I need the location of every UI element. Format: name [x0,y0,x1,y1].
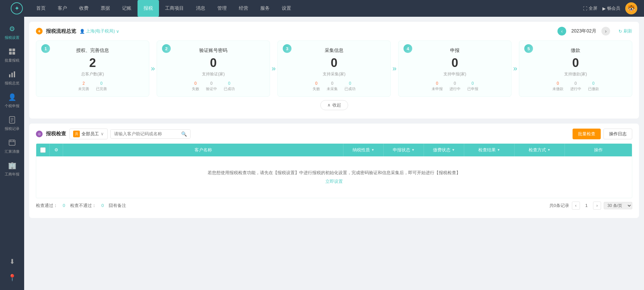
tax-settings-icon: ⚙ [7,24,17,33]
th-pay-status-filter-icon[interactable]: ▼ [452,148,455,152]
stat-success-val-2: 0 [228,81,230,86]
next-month-button[interactable]: › [601,27,610,35]
content-area: + 报税流程总览 👤 上海(电子税局) ∨ ‹ 2023年02月 › ↻ 刷新 [24,17,644,290]
next-page-button[interactable]: › [593,202,601,210]
stat-fail-label-1: 未完善 [78,86,89,91]
empty-state-msg: 若您想使用报税检查功能，请先在【报税设置】中进行报税的初始化设置，完成密码验证和… [208,170,461,175]
setting-link[interactable]: 立即设置 [43,178,625,185]
sidebar-item-tax-record[interactable]: 报税记录 [0,111,24,134]
th-gear: ⚙ [50,144,63,156]
avatar[interactable]: 🐯 [625,2,637,14]
location-label[interactable]: 👤 上海(电子税局) ∨ [79,28,119,34]
header-checkbox[interactable] [40,147,46,153]
nav-item-fee[interactable]: 收费 [73,0,95,17]
employee-filter-dropdown[interactable]: 员 全部员工 ∨ [69,129,108,139]
sidebar-item-annual-report[interactable]: 🏢 工商年报 [0,157,24,179]
pass-count[interactable]: 0 [63,203,65,208]
sidebar-item-reconcile[interactable]: 汇算清缴 [0,134,24,157]
nav-item-manage[interactable]: 管理 [211,0,233,17]
per-page-select[interactable]: 30 条/页 50 条/页 100 条/页 [604,202,632,209]
stat-success-1: 0 已完善 [96,81,107,91]
download-icon: ⬇ [7,257,17,266]
collapse-button[interactable]: ∧ 收起 [320,100,348,110]
fullscreen-label: 全屏 [589,5,597,11]
step-desc-1: 总客户数(家) [41,71,144,77]
stat-pending-val-3: 0 [331,81,333,86]
batch-check-button[interactable]: 批量检查 [573,129,601,139]
step-card-1: 1 授权、完善信息 2 总客户数(家) 2 未完善 0 已完善 [36,41,149,97]
stat-pending-label-5: 进行中 [570,86,581,91]
fullscreen-icon: ⛶ [583,6,587,11]
refresh-label: 刷新 [624,28,632,34]
step-card-4: 4 申报 0 支持申报(家) 0 未申报 0 进行中 [398,41,512,97]
stat-success-4: 0 已申报 [467,81,478,91]
nav-item-invoice[interactable]: 票据 [95,0,116,17]
prev-month-button[interactable]: ‹ [557,27,566,35]
step-card-3: 3 采集信息 0 支持采集(家) 0 失败 0 未采集 [277,41,391,97]
nav-item-client[interactable]: 客户 [52,0,73,17]
step-card-2: 2 验证账号密码 0 支持验证(家) 0 失败 0 验证中 [157,41,270,97]
remark-label: 囧有备注 [109,203,126,209]
pass-label: 检查通过： [36,203,58,209]
step-arrow-2: » [270,41,277,97]
stat-pending-label-2: 验证中 [206,86,217,91]
stat-fail-val-1: 2 [83,81,85,86]
svg-rect-0 [9,49,12,51]
th-check-result-filter-icon[interactable]: ▼ [497,148,500,152]
step-stats-3: 0 失败 0 未采集 0 已成功 [283,81,385,91]
nav-item-home[interactable]: 首页 [30,0,52,17]
step-title-4: 申报 [404,46,506,54]
sidebar-item-tax-overview[interactable]: 报税总览 [0,66,24,88]
nav-item-settings[interactable]: 设置 [276,0,297,17]
sidebar-item-batch-tax[interactable]: 批量报税 [0,43,24,66]
sidebar-label-annual-report: 工商年报 [5,172,19,177]
sidebar-item-personal-tax[interactable]: 👤 个税申报 [0,88,24,111]
stat-pending-val-5: 0 [575,81,577,86]
sidebar-item-download[interactable]: ⬇ [0,253,24,269]
th-check-method-filter-icon[interactable]: ▼ [547,148,551,152]
stat-success-val-1: 0 [100,81,103,86]
th-declare-status-filter-icon[interactable]: ▼ [412,148,415,152]
top-nav: ✦ 首页 客户 收费 票据 记账 报税 工商项目 消息 管理 经营 服务 设置 … [0,0,644,17]
search-input[interactable] [111,130,178,138]
nav-item-service[interactable]: 服务 [254,0,276,17]
fail-count[interactable]: 0 [101,203,104,208]
step-card-5: 5 缴款 0 支持缴款(家) 0 未缴款 0 进行中 [519,41,632,97]
collapse-label: 收起 [332,102,341,108]
logo-icon: ✦ [11,2,23,14]
tax-record-icon [7,115,17,125]
table-footer: 检查通过： 0 检查不通过： 0 囧有备注 共0条记录 ‹ 1 › 30 条/页… [36,198,632,213]
location-icon-small: 👤 [79,29,85,34]
play-icon: ▶ [602,6,606,11]
operation-log-button[interactable]: 操作日志 [603,129,632,139]
nav-item-account[interactable]: 记账 [116,0,138,17]
refresh-button[interactable]: ↻ 刷新 [619,28,632,34]
nav-item-operation[interactable]: 经营 [233,0,254,17]
nav-item-business[interactable]: 工商项目 [159,0,190,17]
sidebar-item-tax-settings[interactable]: ⚙ 报税设置 [0,20,24,43]
page-current: 1 [583,202,590,210]
stat-fail-val-5: 0 [557,81,559,86]
stat-success-label-2: 已成功 [224,86,235,91]
th-tax-nature-filter-icon[interactable]: ▼ [371,148,375,152]
fullscreen-button[interactable]: ⛶ 全屏 [583,5,597,11]
prev-page-button[interactable]: ‹ [572,202,580,210]
check-card: ◎ 报税检查 员 全部员工 ∨ 🔍 批量检查 操作日志 [29,124,639,218]
step-desc-2: 支持验证(家) [162,71,265,77]
member-button[interactable]: ▶ 畅会员 [602,5,620,11]
collapse-row: ∧ 收起 [36,97,632,112]
employee-filter-icon: 员 [73,131,80,137]
process-card-title: 报税流程总览 [46,28,76,34]
check-header: ◎ 报税检查 员 全部员工 ∨ 🔍 批量检查 操作日志 [36,129,632,139]
svg-rect-5 [11,73,13,77]
th-check-result: 检查结果 ▼ [464,144,515,156]
stat-fail-label-3: 失败 [313,86,320,91]
step-num-1: 1 [41,44,50,53]
nav-item-tax[interactable]: 报税 [138,0,159,17]
nav-item-message[interactable]: 消息 [190,0,211,17]
step-stats-5: 0 未缴款 0 进行中 0 已缴款 [524,81,627,91]
sidebar-item-location[interactable]: 📍 [0,269,24,285]
sidebar-label-tax-record: 报税记录 [5,126,19,131]
total-label: 共0条记录 [549,203,569,209]
search-button[interactable]: 🔍 [178,130,190,138]
